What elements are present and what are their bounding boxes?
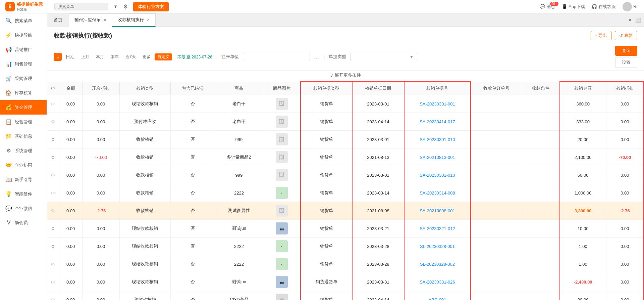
date-filter-buttons: 上月 本月 本年 近7天 更多 自定义 [78,53,172,60]
receipt-condition-cell [522,113,560,131]
setting-button[interactable]: 设置 [615,57,637,68]
cancel-bill-no-link[interactable]: SA-20230314-008 [420,190,455,196]
row-settings-button[interactable]: ⚙ [50,226,56,231]
tab-receivable-close[interactable]: ✕ [147,17,150,22]
goods-image-placeholder: 🖼 [276,169,288,181]
cancel-bill-no-link[interactable]: SL-20230328-001 [420,244,455,249]
sidebar-label-collab: 企业协同 [15,162,32,168]
row-settings-button[interactable]: ⚙ [50,262,56,267]
goods-image-cell: 🖼 [263,131,301,148]
7days-button[interactable]: 近7天 [123,53,139,60]
prev-month-button[interactable]: 上月 [78,53,92,60]
sidebar-item-wecom[interactable]: 💬 企业微信 [0,201,47,216]
custom-date-button[interactable]: 自定义 [155,53,172,60]
sidebar-item-search[interactable]: 🔍 搜索菜单 [0,13,47,28]
row-settings-button[interactable]: ⚙ [50,190,56,196]
row-settings-button[interactable]: ⚙ [50,244,56,249]
receipt-order-no-cell [471,291,522,300]
party-filter-input[interactable] [243,53,310,61]
settings-column-header[interactable]: ⚙ [47,82,59,95]
sidebar-item-sales[interactable]: 📊 销售管理 [0,57,47,71]
tab-prepay[interactable]: 预付冲应付单 ✕ [69,13,112,27]
include-settled-cell: 否 [171,131,215,148]
sidebar-label-purchase: 采购管理 [15,76,32,82]
cancel-bill-no-link[interactable]: SA-20210813-001 [420,155,455,160]
filter-expand-button[interactable]: » [54,53,62,61]
row-settings-button[interactable]: ⚙ [50,280,56,285]
include-settled-cell: 否 [171,255,215,273]
this-year-button[interactable]: 本年 [108,53,121,60]
row-settings-button[interactable]: ⚙ [50,208,56,213]
goods-image-cell: 📷 [263,273,301,291]
cash-discount-cell: 0.00 [82,131,119,148]
table-row: ⚙0.000.00现结收款核销否老白干🖼销货单2023-03-01SA-2023… [47,95,644,113]
cancel-bill-no-link[interactable]: SA-20230301-010 [420,137,455,142]
row-settings-button[interactable]: ⚙ [50,119,56,124]
gear-icon[interactable]: ⚙ [123,3,128,10]
online-service-button[interactable]: 🎧 在线客服 [592,4,616,10]
goods-cell: 老白干 [215,95,263,113]
message-button[interactable]: 💬 消息 99+ [540,4,555,10]
row-settings-button[interactable]: ⚙ [50,101,56,106]
sidebar-label-wecom: 企业微信 [15,206,32,212]
maximize-window-button[interactable]: ⬜ [635,17,641,24]
cancel-bill-no-link[interactable]: SA-20210808-001 [420,208,455,213]
user-menu[interactable]: Rit [623,2,639,11]
cancel-bill-no-link[interactable]: SA-20230301-001 [420,101,455,106]
cancel-type-cell: 现结收款核销 [119,255,171,273]
goods-image-cell: 🖼 [263,148,301,166]
goods-image-thumbnail: ▪ [276,187,288,199]
row-settings-button[interactable]: ⚙ [50,297,56,300]
logo-icon: 6 [5,2,15,11]
expand-bar: ∨ 展开更多条件 [47,71,644,81]
sidebar-item-finance[interactable]: 💰 资金管理 [0,100,47,115]
cancel-bill-no-link[interactable]: SA-20230414-017 [420,119,455,124]
bill-type-select[interactable]: ▼ [350,53,417,61]
tab-home[interactable]: 首页 [47,13,69,27]
receipt-order-no-cell [471,95,522,113]
cancel-bill-no-link[interactable]: SA-20230321-012 [420,226,455,231]
row-settings-button[interactable]: ⚙ [50,173,56,178]
cancel-bill-no-link[interactable]: SA-20230301-010 [420,173,455,178]
sidebar-item-baseinfo[interactable]: 📁 基础信息 [0,129,47,143]
goods-image-thumbnail: 📷 [276,276,288,288]
cash-discount-cell: 0.00 [82,273,119,291]
industry-solution-button[interactable]: 体验行业方案 [133,2,169,11]
sidebar-item-guide[interactable]: 📖 新手引导 [0,172,47,187]
this-month-button[interactable]: 本月 [93,53,107,60]
more-date-button[interactable]: 更多 [140,53,153,60]
row-settings-button[interactable]: ⚙ [50,137,56,142]
query-button[interactable]: 查询 [615,46,637,56]
sidebar-item-quicknav[interactable]: ⚡ 快捷导航 [0,28,47,42]
balance-cell: 0.00 [59,220,82,238]
export-button[interactable]: ↑ 导出 [591,31,612,40]
tab-receivable[interactable]: 收款核销执行 ✕ [112,13,156,27]
table-row: ⚙0.000.00现结收款核销否2222▪销货单2023-03-28SL-202… [47,255,644,273]
cash-discount-cell: 0.00 [82,255,119,273]
cancel-bill-no-link[interactable]: SA-20230331-026 [420,280,455,285]
receipt-condition-cell [522,238,560,255]
receipt-condition-cell [522,291,560,300]
sidebar-item-hardware[interactable]: 💡 智能硬件 [0,187,47,201]
app-download-button[interactable]: 📱 App下载 [562,4,585,10]
sidebar-item-management[interactable]: 📋 经营管理 [0,115,47,129]
cancel-type-cell: 现结收款核销 [119,238,171,255]
sidebar-item-inventory[interactable]: 🏠 库存核算 [0,86,47,100]
sidebar-item-system[interactable]: ⚙ 系统管理 [0,143,47,158]
sidebar-item-purchase[interactable]: 🛒 采购管理 [0,71,47,86]
sidebar-item-member[interactable]: V 畅会员 [0,216,47,230]
search-input[interactable] [54,3,108,10]
receipt-condition-cell [522,166,560,184]
row-settings-button[interactable]: ⚙ [50,155,56,160]
sidebar-item-marketing[interactable]: 📢 营销推广 [0,42,47,57]
cancel-bill-no-link[interactable]: SL-20230328-002 [420,262,455,267]
cancel-bill-no-link[interactable]: ABC-001 [429,297,446,300]
refresh-button[interactable]: ↺ 刷新 [615,31,637,40]
app-dropdown[interactable]: ▼ [113,4,118,9]
tab-prepay-close[interactable]: ✕ [103,18,107,23]
expand-conditions-button[interactable]: ∨ 展开更多条件 [330,72,361,78]
cancel-amount-cell: 2,100.00 [560,148,606,166]
close-window-button[interactable]: ✕ [627,17,633,24]
sidebar-item-collab[interactable]: 🤝 企业协同 [0,158,47,172]
include-settled-cell: 否 [171,220,215,238]
